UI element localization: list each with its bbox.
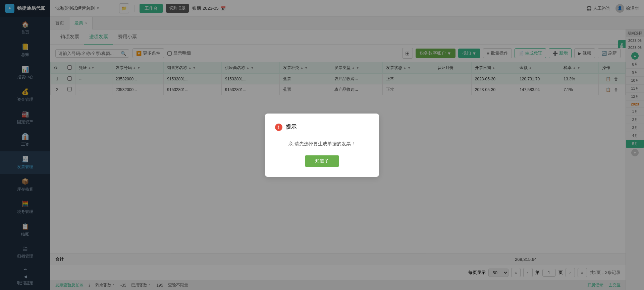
modal-footer: 知道了 [275, 155, 369, 167]
modal-message: 亲,请先选择要生成单据的发票！ [288, 141, 356, 146]
modal-overlay[interactable]: ! 提示 亲,请先选择要生成单据的发票！ 知道了 [0, 0, 644, 290]
modal-warning-icon: ! [275, 124, 282, 131]
modal-confirm-button[interactable]: 知道了 [305, 155, 339, 167]
modal-body: 亲,请先选择要生成单据的发票！ [275, 138, 369, 155]
modal-dialog: ! 提示 亲,请先选择要生成单据的发票！ 知道了 [265, 114, 379, 177]
modal-title: 提示 [286, 124, 297, 131]
modal-header: ! 提示 [275, 124, 369, 131]
